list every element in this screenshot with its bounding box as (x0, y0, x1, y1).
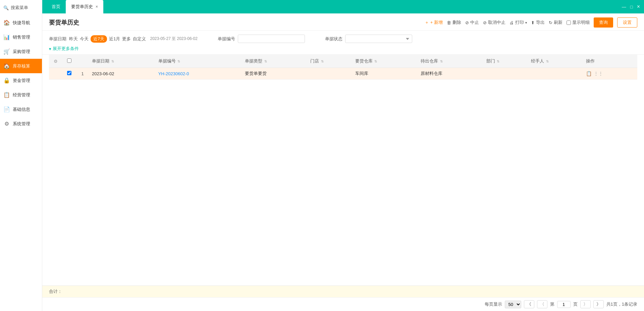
table-header-req-warehouse[interactable]: 要货仓库 ⇅ (353, 55, 418, 68)
sidebar-item-sales-mgmt[interactable]: 📊 销售管理 (0, 30, 42, 44)
table-header-row: ⚙ 单据日期 ⇅ 单据编号 ⇅ (49, 55, 637, 68)
date-shortcut-1month[interactable]: 近1月 (109, 36, 120, 42)
display-detail-checkbox[interactable] (567, 20, 571, 25)
date-shortcut-yesterday[interactable]: 昨天 (69, 36, 78, 42)
sidebar-item-inventory[interactable]: 🏠 库存核算 (0, 59, 42, 73)
date-shortcut-more[interactable]: 更多 (122, 36, 131, 42)
topbar-right: — □ × (622, 4, 640, 10)
topbar: 首页 要货单历史 × — □ × (42, 0, 644, 13)
table-header-dept[interactable]: 部门 ⇅ (484, 55, 528, 68)
print-dropdown-icon: ▾ (525, 21, 527, 25)
new-button[interactable]: ＋ + 新增 (425, 19, 443, 26)
table-footer: 合计： (42, 285, 644, 297)
sort-doc-no-icon: ⇅ (177, 59, 180, 63)
pagination: 每页显示 50 《 〈 第 页 〉 》 共1页，1条记录 (42, 297, 644, 311)
tab-active[interactable]: 要货单历史 × (66, 0, 103, 13)
doc-status-select[interactable] (345, 35, 412, 43)
doc-status-label: 单据状态 (325, 36, 342, 42)
col-dept-label: 部门 (486, 58, 495, 63)
doc-number-filter-group: 单据编号 (218, 35, 305, 43)
sidebar-item-finance-mgmt[interactable]: 🔒 资金管理 (0, 73, 42, 88)
export-button[interactable]: ⬆ 导出 (531, 19, 545, 26)
first-page-button[interactable]: 《 (524, 300, 534, 308)
sidebar-item-label: 基础信息 (13, 106, 30, 113)
toolbar: ＋ + 新增 🗑 删除 ⊘ 中止 ⊘ 取消中止 🖨 打印 (425, 17, 637, 28)
delete-button[interactable]: 🗑 删除 (447, 19, 461, 26)
date-shortcut-custom[interactable]: 自定义 (133, 36, 146, 42)
row-doc-no: YH-20230602-0 (156, 68, 242, 80)
last-page-button[interactable]: 》 (593, 300, 604, 308)
table-header-doc-no[interactable]: 单据编号 ⇅ (156, 55, 242, 68)
display-detail-toggle[interactable]: 显示明细 (567, 19, 590, 26)
row-operation: 📋 ⋮⋮ (583, 68, 637, 80)
sidebar-item-purchase-mgmt[interactable]: 🛒 采购管理 (0, 44, 42, 59)
setting-button[interactable]: 设置 (617, 17, 637, 28)
sidebar-item-label: 经营管理 (13, 92, 30, 98)
total-info: 共1页，1条记录 (606, 301, 637, 307)
per-page-select[interactable]: 50 (505, 301, 521, 308)
sidebar-item-system-mgmt[interactable]: ⚙ 系统管理 (0, 117, 42, 131)
doc-no-link[interactable]: YH-20230602-0 (158, 71, 189, 76)
new-icon: ＋ (425, 19, 429, 26)
data-table: ⚙ 单据日期 ⇅ 单据编号 ⇅ (49, 55, 637, 80)
expand-more-button[interactable]: ▾ 展开更多条件 (49, 46, 637, 52)
col-operation-label: 操作 (586, 58, 595, 63)
date-shortcuts: 昨天 今天 近7天 近1月 更多 自定义 (69, 35, 146, 43)
query-button[interactable]: 查询 (594, 17, 613, 28)
maximize-icon[interactable]: □ (630, 4, 633, 9)
sort-doc-type-icon: ⇅ (264, 59, 267, 63)
row-handler (528, 68, 583, 80)
col-pending-warehouse-label: 待出仓库 (421, 58, 438, 63)
print-button[interactable]: 🖨 打印 ▾ (509, 19, 527, 26)
date-shortcut-7days[interactable]: 近7天 (91, 35, 107, 43)
row-dept (484, 68, 528, 80)
doc-number-input[interactable] (238, 35, 305, 43)
doc-status-filter-group: 单据状态 (325, 35, 412, 43)
window-close-icon[interactable]: × (637, 4, 640, 10)
cancel-stop-icon: ⊘ (483, 20, 487, 25)
sidebar-search[interactable]: 🔍 搜索菜单 (0, 0, 42, 15)
page-header: 要货单历史 ＋ + 新增 🗑 删除 ⊘ 中止 ⊘ 取消中止 (42, 13, 644, 31)
table-body: 1 2023-06-02 YH-20230602-0 要货单要货 车间库 原材料… (49, 68, 637, 80)
table-header-gear[interactable]: ⚙ (49, 55, 62, 68)
page-number-input[interactable] (557, 301, 571, 308)
cancel-stop-button[interactable]: ⊘ 取消中止 (483, 19, 505, 26)
table-header-store[interactable]: 门店 ⇅ (308, 55, 352, 68)
sidebar-item-label: 系统管理 (13, 121, 30, 127)
col-req-warehouse-label: 要货仓库 (355, 58, 373, 63)
footer-total-label: 合计： (49, 288, 62, 295)
prev-page-button[interactable]: 〈 (537, 300, 547, 308)
filter-bar: 单据日期 昨天 今天 近7天 近1月 更多 自定义 2023-05-27 至 2… (42, 31, 644, 55)
inventory-icon: 🏠 (3, 63, 10, 69)
row-edit-icon[interactable]: 📋 (586, 71, 592, 76)
row-checkbox[interactable] (67, 71, 71, 75)
sidebar-item-basic-info[interactable]: 📄 基础信息 (0, 102, 42, 117)
sidebar-item-operations-mgmt[interactable]: 📋 经营管理 (0, 88, 42, 102)
doc-number-label: 单据编号 (218, 36, 235, 42)
main-area: 首页 要货单历史 × — □ × 要货单历史 ＋ + 新增 🗑 删除 (42, 0, 644, 311)
col-store-label: 门店 (310, 58, 319, 63)
sidebar-item-quick-nav[interactable]: 🏠 快捷导航 (0, 15, 42, 30)
delete-icon: 🗑 (447, 20, 451, 25)
minimize-icon[interactable]: — (622, 4, 626, 9)
tab-home[interactable]: 首页 (46, 0, 66, 13)
date-shortcut-today[interactable]: 今天 (80, 36, 89, 42)
search-icon: 🔍 (3, 5, 9, 10)
table-header-handler[interactable]: 经手人 ⇅ (528, 55, 583, 68)
active-tab-label: 要货单历史 (71, 4, 93, 10)
sort-handler-icon: ⇅ (546, 59, 549, 63)
next-page-button[interactable]: 〉 (580, 300, 591, 308)
select-all-checkbox[interactable] (67, 58, 71, 63)
row-pending-warehouse: 原材料仓库 (418, 68, 484, 80)
row-req-warehouse: 车间库 (353, 68, 418, 80)
row-more-icon[interactable]: ⋮⋮ (594, 71, 603, 76)
content-area: 要货单历史 ＋ + 新增 🗑 删除 ⊘ 中止 ⊘ 取消中止 (42, 13, 644, 311)
refresh-button[interactable]: ↻ 刷新 (549, 19, 562, 26)
table-header-doc-type[interactable]: 单据类型 ⇅ (242, 55, 308, 68)
table-header-doc-date[interactable]: 单据日期 ⇅ (89, 55, 156, 68)
table-header-pending-warehouse[interactable]: 待出仓库 ⇅ (418, 55, 484, 68)
date-range-display: 2023-05-27 至 2023-06-02 (150, 36, 197, 42)
close-tab-icon[interactable]: × (96, 4, 98, 9)
page-label: 第 (550, 301, 554, 307)
stop-button[interactable]: ⊘ 中止 (465, 19, 479, 26)
